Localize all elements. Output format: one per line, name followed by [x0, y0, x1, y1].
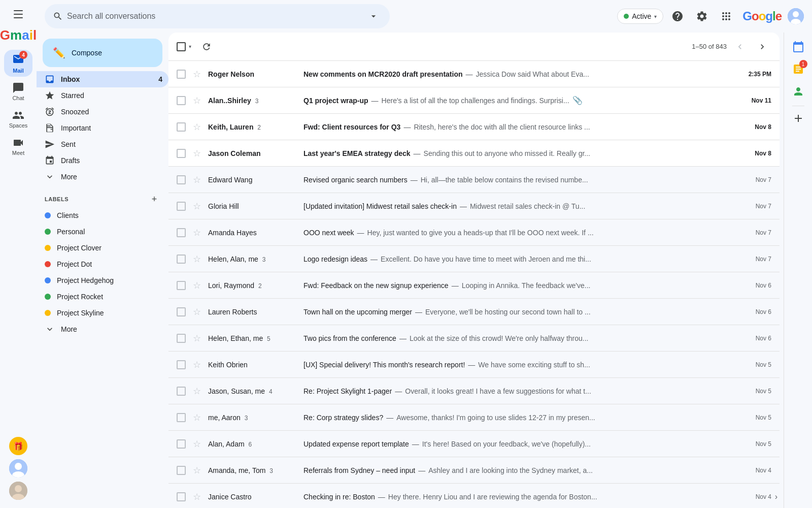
- help-button[interactable]: [667, 6, 688, 26]
- sidebar-item-chat[interactable]: Chat: [4, 79, 32, 104]
- email-row-checkbox[interactable]: [177, 96, 186, 105]
- spaces-label: Spaces: [9, 122, 28, 129]
- email-row-checkbox[interactable]: [177, 360, 186, 369]
- search-input[interactable]: [67, 12, 361, 21]
- email-row-checkbox[interactable]: [177, 439, 186, 449]
- contacts-panel-button[interactable]: [788, 81, 808, 102]
- email-row[interactable]: ☆ Amanda Hayes OOO next week — Hey, just…: [168, 219, 780, 246]
- label-item-clients[interactable]: Clients: [37, 207, 168, 224]
- email-row-checkbox[interactable]: [177, 413, 186, 422]
- email-row-checkbox[interactable]: [177, 334, 186, 343]
- email-content: Last year's EMEA strategy deck — Sending…: [303, 149, 727, 157]
- label-item-project-hedgehog[interactable]: Project Hedgehog: [37, 272, 168, 289]
- user-avatar-2[interactable]: [9, 459, 27, 478]
- email-row[interactable]: ☆ Edward Wang Revised organic search num…: [168, 167, 780, 193]
- star-button[interactable]: ☆: [190, 226, 204, 240]
- email-row-checkbox[interactable]: [177, 307, 186, 316]
- sidebar-item-sent[interactable]: Sent: [37, 136, 168, 152]
- star-button[interactable]: ☆: [190, 437, 204, 451]
- label-item-project-clover[interactable]: Project Clover: [37, 240, 168, 256]
- email-row-checkbox[interactable]: [177, 70, 186, 79]
- user-avatar-1[interactable]: 🎁: [9, 437, 27, 455]
- email-row-checkbox[interactable]: [177, 122, 186, 132]
- star-button[interactable]: ☆: [190, 463, 204, 478]
- email-row-checkbox[interactable]: [177, 228, 186, 237]
- email-row[interactable]: ☆ Jason, Susan, me 4 Re: Project Skyligh…: [168, 378, 780, 404]
- email-row-checkbox[interactable]: [177, 281, 186, 290]
- email-row[interactable]: ☆ Lori, Raymond 2 Fwd: Feedback on the n…: [168, 272, 780, 299]
- user-avatar-3[interactable]: [9, 482, 27, 500]
- add-label-button[interactable]: +: [148, 193, 160, 205]
- star-button[interactable]: ☆: [190, 278, 204, 293]
- sidebar-item-important[interactable]: Important: [37, 120, 168, 136]
- email-row[interactable]: ☆ Helen, Alan, me 3 Logo redesign ideas …: [168, 246, 780, 272]
- star-button[interactable]: ☆: [190, 384, 204, 398]
- email-sender: Helen, Ethan, me 5: [208, 334, 299, 342]
- email-row-checkbox[interactable]: [177, 255, 186, 264]
- email-row[interactable]: ☆ Lauren Roberts Town hall on the upcomi…: [168, 299, 780, 325]
- star-button[interactable]: ☆: [190, 199, 204, 213]
- email-row[interactable]: ☆ Keith, Lauren 2 Fwd: Client resources …: [168, 114, 780, 140]
- star-button[interactable]: ☆: [190, 305, 204, 319]
- email-row-checkbox[interactable]: [177, 149, 186, 158]
- star-button[interactable]: ☆: [190, 490, 204, 504]
- sidebar-item-drafts[interactable]: Drafts: [37, 152, 168, 169]
- email-row[interactable]: ☆ Gloria Hill [Updated invitation] Midwe…: [168, 193, 780, 219]
- star-button[interactable]: ☆: [190, 93, 204, 108]
- email-row[interactable]: ☆ Keith Obrien [UX] Special delivery! Th…: [168, 352, 780, 378]
- add-panel-button[interactable]: [790, 110, 806, 126]
- google-apps-button[interactable]: [716, 6, 736, 26]
- sidebar-more-button[interactable]: More: [37, 169, 168, 185]
- email-snippet: Midwest retail sales check-in @ Tu...: [470, 202, 585, 210]
- email-row-checkbox[interactable]: [177, 175, 186, 184]
- select-all-checkbox[interactable]: [177, 42, 186, 51]
- email-row[interactable]: ☆ Roger Nelson New comments on MCR2020 d…: [168, 61, 780, 87]
- active-status-button[interactable]: Active ▾: [617, 9, 663, 24]
- star-button[interactable]: ☆: [190, 146, 204, 161]
- label-item-personal[interactable]: Personal: [37, 224, 168, 240]
- email-row-checkbox[interactable]: [177, 492, 186, 501]
- email-row-checkbox[interactable]: [177, 202, 186, 211]
- email-subject: New comments on MCR2020 draft presentati…: [303, 70, 463, 78]
- star-button[interactable]: ☆: [190, 358, 204, 372]
- email-time: Nov 6: [731, 308, 771, 315]
- sidebar-item-inbox[interactable]: Inbox 4: [37, 71, 168, 87]
- refresh-button[interactable]: [197, 38, 216, 56]
- search-dropdown-button[interactable]: [365, 8, 382, 24]
- label-item-project-rocket[interactable]: Project Rocket: [37, 289, 168, 305]
- email-row[interactable]: ☆ Janice Castro Checking in re: Boston —…: [168, 484, 780, 504]
- email-row[interactable]: ☆ Alan, Adam 6 Updated expense report te…: [168, 431, 780, 457]
- star-button[interactable]: ☆: [190, 252, 204, 266]
- star-button[interactable]: ☆: [190, 331, 204, 345]
- email-row[interactable]: ☆ me, Aaron 3 Re: Corp strategy slides? …: [168, 404, 780, 431]
- star-button[interactable]: ☆: [190, 67, 204, 81]
- settings-button[interactable]: [692, 6, 712, 26]
- labels-more-button[interactable]: More: [37, 321, 168, 337]
- email-row[interactable]: ☆ Alan..Shirley 3 Q1 project wrap-up — H…: [168, 87, 780, 114]
- email-row[interactable]: ☆ Jason Coleman Last year's EMEA strateg…: [168, 140, 780, 167]
- email-subject: OOO next week: [303, 229, 354, 237]
- star-button[interactable]: ☆: [190, 410, 204, 425]
- compose-button[interactable]: ✏️ Compose: [43, 39, 162, 67]
- label-item-project-dot[interactable]: Project Dot: [37, 256, 168, 272]
- star-button[interactable]: ☆: [190, 173, 204, 187]
- email-row[interactable]: ☆ Amanda, me, Tom 3 Referrals from Sydne…: [168, 457, 780, 484]
- tasks-panel-button[interactable]: 1: [788, 59, 808, 79]
- hamburger-menu-button[interactable]: [8, 4, 28, 24]
- sidebar-item-mail[interactable]: 4 Mail: [4, 50, 32, 77]
- sidebar-item-meet[interactable]: Meet: [4, 134, 32, 159]
- label-item-project-skyline[interactable]: Project Skyline: [37, 305, 168, 321]
- star-button[interactable]: ☆: [190, 120, 204, 134]
- email-row-checkbox[interactable]: [177, 466, 186, 475]
- pagination-next-button[interactable]: [753, 38, 771, 56]
- calendar-panel-button[interactable]: [788, 37, 808, 57]
- sidebar-item-snoozed[interactable]: Snoozed: [37, 104, 168, 120]
- email-row[interactable]: ☆ Helen, Ethan, me 5 Two pics from the c…: [168, 325, 780, 352]
- select-dropdown-arrow[interactable]: ▾: [187, 42, 193, 51]
- email-time: Nov 7: [731, 256, 771, 263]
- pagination-prev-button[interactable]: [731, 38, 749, 56]
- sidebar-item-starred[interactable]: Starred: [37, 87, 168, 104]
- sidebar-item-spaces[interactable]: Spaces: [4, 106, 32, 132]
- email-row-checkbox[interactable]: [177, 387, 186, 396]
- account-avatar[interactable]: [788, 8, 804, 24]
